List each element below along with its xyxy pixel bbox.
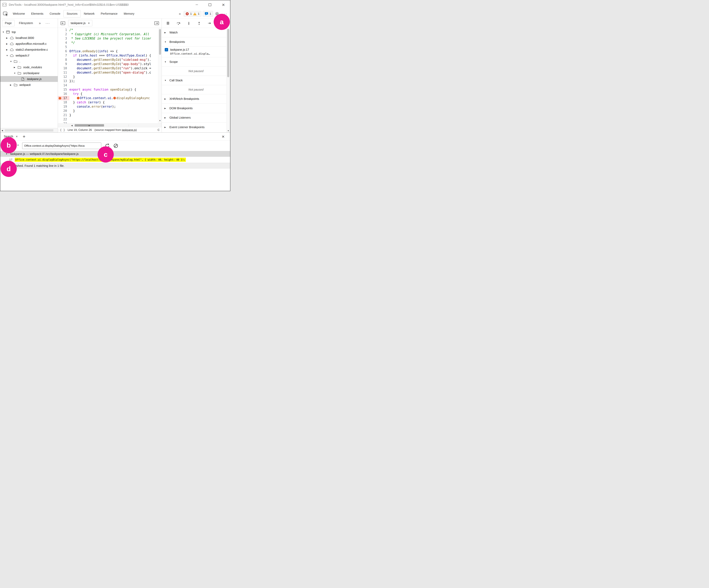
chevron-down-icon[interactable]: ▼ <box>14 72 18 74</box>
close-search-tab-icon[interactable]: × <box>16 135 18 138</box>
section-event-listener-breakpoints[interactable]: Event Listener Breakpoints <box>162 122 230 132</box>
add-drawer-tab-icon[interactable]: + <box>23 134 25 139</box>
clear-search-icon[interactable] <box>113 143 118 148</box>
line-number[interactable]: 10 <box>58 66 69 71</box>
show-debugger-icon[interactable] <box>153 21 160 25</box>
line-number[interactable]: 3 <box>58 36 69 41</box>
section-xhr-breakpoints[interactable]: XHR/fetch Breakpoints <box>162 94 230 104</box>
tree-item-taskpane-js[interactable]: taskpane.js <box>0 76 58 82</box>
line-number[interactable]: 1 <box>58 28 69 32</box>
search-result-line[interactable]: 17 Office.context.ui.displayDialogAsync(… <box>0 157 230 163</box>
navigator-horizontal-scrollbar[interactable]: ◀ ▶ <box>0 128 58 133</box>
scroll-right-icon[interactable]: ▶ <box>88 124 157 127</box>
line-number[interactable]: 21 <box>58 113 69 117</box>
tree-item-static2-sharepointonline-c[interactable]: ▶static2.sharepointonline.c <box>0 47 58 53</box>
step-button[interactable] <box>208 22 211 25</box>
line-number[interactable]: 5 <box>58 45 69 49</box>
tab-page[interactable]: Page <box>2 20 15 26</box>
tab-network[interactable]: Network <box>81 9 98 19</box>
maximize-button[interactable] <box>209 3 211 6</box>
line-number[interactable]: 9 <box>58 62 69 66</box>
chevron-right-icon[interactable]: ▶ <box>6 49 10 51</box>
close-drawer-icon[interactable]: × <box>222 134 227 139</box>
editor-tab-taskpane[interactable]: taskpane.js × <box>68 20 92 26</box>
tree-item-[interactable]: ▼. <box>0 58 58 64</box>
tab-filesystem[interactable]: Filesystem <box>16 20 36 26</box>
source-map-link[interactable]: taskpane.js <box>122 128 136 132</box>
debugger-vertical-scrollbar[interactable]: ▼ <box>226 28 230 133</box>
section-breakpoints[interactable]: Breakpoints <box>162 37 230 47</box>
editor-vertical-scrollbar[interactable]: ▼ <box>158 28 162 123</box>
pretty-print-icon[interactable]: { } <box>60 128 65 132</box>
inline-breakpoint-icon[interactable] <box>77 97 79 100</box>
line-number[interactable]: 4 <box>58 41 69 45</box>
code-editor[interactable]: 1234567891011121314151617181920212223 /*… <box>58 28 162 123</box>
line-number[interactable]: 12 <box>58 75 69 79</box>
section-dom-breakpoints[interactable]: DOM Breakpoints <box>162 104 230 113</box>
line-number[interactable]: 16 <box>58 92 69 96</box>
line-number[interactable]: 6 <box>58 49 69 53</box>
section-global-listeners[interactable]: Global Listeners <box>162 113 230 122</box>
tab-sources[interactable]: Sources <box>63 10 81 18</box>
close-tab-icon[interactable]: × <box>88 22 90 25</box>
code-content[interactable]: /* * Copyright (c) Microsoft Corporation… <box>69 28 158 123</box>
tree-item-src-taskpane[interactable]: ▼src/taskpane <box>0 70 58 76</box>
minimize-button[interactable]: ─ <box>196 3 198 7</box>
close-button[interactable]: × <box>222 2 225 7</box>
breakpoint-line-number[interactable]: 17 <box>58 96 69 100</box>
chevron-right-icon[interactable]: ▶ <box>14 66 18 68</box>
errors-warnings-badge[interactable]: 1 1 <box>184 11 201 17</box>
line-number[interactable]: 11 <box>58 71 69 75</box>
more-navigator-tabs-icon[interactable]: » <box>37 21 42 25</box>
more-tabs-icon[interactable]: » <box>177 12 182 16</box>
navigator-more-options-icon[interactable]: ··· <box>44 21 51 25</box>
scroll-down-icon[interactable]: ▼ <box>227 130 230 132</box>
step-over-button[interactable] <box>177 22 180 25</box>
chevron-down-icon[interactable]: ▼ <box>2 31 6 33</box>
section-scope[interactable]: Scope <box>162 57 230 67</box>
line-number[interactable]: 18 <box>58 100 69 105</box>
line-number[interactable]: 20 <box>58 109 69 113</box>
pause-button[interactable] <box>166 22 170 25</box>
chevron-down-icon[interactable]: ▼ <box>6 54 10 57</box>
scroll-down-icon[interactable]: ▼ <box>158 118 162 123</box>
line-number[interactable]: 19 <box>58 105 69 109</box>
search-result-group[interactable]: taskpane.js — webpack:///./src/taskpane/… <box>0 151 230 157</box>
line-number[interactable]: 2 <box>58 32 69 36</box>
chevron-down-icon[interactable]: ▼ <box>10 60 14 62</box>
line-number[interactable]: 22 <box>58 117 69 121</box>
line-number[interactable]: 13 <box>58 79 69 83</box>
chevron-right-icon[interactable]: ▶ <box>6 37 10 39</box>
tab-console[interactable]: Console <box>47 9 63 19</box>
regex-option-icon[interactable]: * <box>17 144 19 148</box>
line-number[interactable]: 8 <box>58 58 69 62</box>
scroll-right-icon[interactable]: ▶ <box>0 129 57 132</box>
section-call-stack[interactable]: Call Stack <box>162 76 230 85</box>
issues-badge[interactable]: 1 <box>203 11 213 17</box>
tree-item-top[interactable]: ▼top <box>0 29 58 35</box>
tree-item-webpack[interactable]: ▶webpack <box>0 82 58 88</box>
tab-memory[interactable]: Memory <box>121 9 137 19</box>
breakpoint-entry[interactable]: ✓ taskpane.js:17 Office.context.ui.displ… <box>162 47 230 57</box>
tree-item-node-modules[interactable]: ▶node_modules <box>0 64 58 70</box>
scrollbar-thumb[interactable] <box>159 29 161 55</box>
scrollbar-thumb[interactable] <box>227 29 229 77</box>
chevron-right-icon[interactable]: ▶ <box>10 84 14 86</box>
line-number[interactable]: 7 <box>58 53 69 58</box>
tree-item-localhost-3000[interactable]: ▶localhost:3000 <box>0 35 58 41</box>
hide-navigator-icon[interactable] <box>59 21 67 25</box>
line-number[interactable]: 14 <box>58 83 69 87</box>
step-out-button[interactable] <box>198 22 201 25</box>
line-number[interactable]: 15 <box>58 87 69 92</box>
tree-item-appsforoffice-microsoft-c[interactable]: ▶appsforoffice.microsoft.c <box>0 41 58 47</box>
search-input[interactable] <box>22 143 101 149</box>
tab-elements[interactable]: Elements <box>28 9 47 19</box>
editor-horizontal-scrollbar[interactable]: ◀ ▶ <box>58 123 162 127</box>
tab-performance[interactable]: Performance <box>98 9 121 19</box>
breakpoint-checkbox[interactable]: ✓ <box>165 48 168 51</box>
tab-welcome[interactable]: Welcome <box>10 9 28 19</box>
inspect-element-icon[interactable] <box>1 11 10 16</box>
chevron-right-icon[interactable]: ▶ <box>6 43 10 45</box>
step-into-button[interactable] <box>187 22 190 25</box>
inline-breakpoint-icon[interactable] <box>113 97 116 100</box>
